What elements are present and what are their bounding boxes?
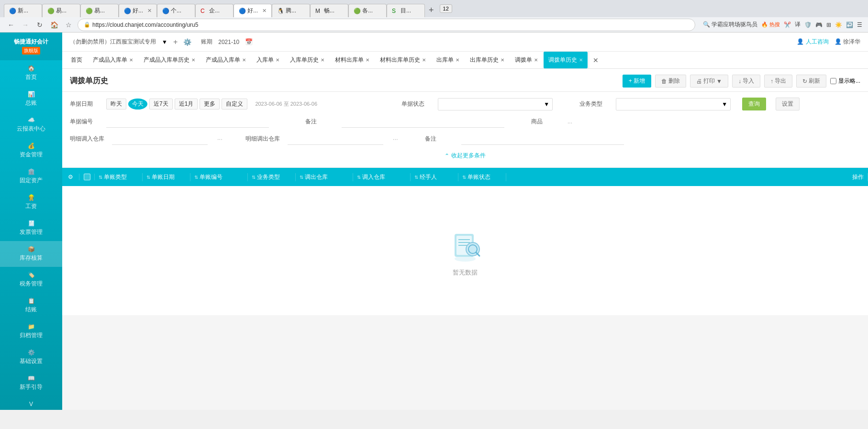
browser-tab-2[interactable]: 🟢易... bbox=[42, 4, 80, 17]
browser-tab-7[interactable]: 🔵好...✕ bbox=[234, 4, 272, 17]
collapse-more-btn[interactable]: ⌃ 收起更多条件 bbox=[70, 150, 860, 162]
sidebar-item-home[interactable]: 🏠 首页 bbox=[0, 60, 62, 86]
sidebar-item-ledger[interactable]: 📊 总账 bbox=[0, 86, 62, 112]
from-warehouse-input[interactable] bbox=[112, 132, 208, 145]
browser-tab-1[interactable]: 🔵新... bbox=[4, 4, 42, 17]
date-btn-more[interactable]: 更多 bbox=[200, 99, 220, 110]
nav-home[interactable]: 🏠 bbox=[49, 20, 59, 30]
url-bar[interactable]: 🔒 https://cloud.chanjet.com/accounting/u… bbox=[78, 19, 695, 31]
topnav-item-home[interactable]: 首页 bbox=[66, 52, 87, 68]
settings-gear-icon[interactable]: ⚙️ bbox=[183, 38, 191, 46]
from-warehouse-ellipsis[interactable]: ··· bbox=[217, 135, 223, 143]
new-button[interactable]: + 新增 bbox=[623, 75, 651, 88]
toolbar-scissors[interactable]: ✂️ bbox=[784, 22, 791, 28]
sidebar-item-settings[interactable]: ⚙️ 基础设置 bbox=[0, 344, 62, 370]
browser-tab-6[interactable]: C企... bbox=[195, 4, 234, 17]
close-icon[interactable]: ✕ bbox=[242, 57, 246, 63]
th-status[interactable]: ⇅ 单账状态 bbox=[458, 173, 506, 181]
date-btn-1month[interactable]: 近1月 bbox=[175, 99, 198, 110]
topnav-item-material-outbound-history[interactable]: 材料出库单历史 ✕ bbox=[375, 52, 431, 68]
close-icon[interactable]: ✕ bbox=[534, 57, 538, 63]
topnav-item-product-inbound[interactable]: 产成品入库单 ✕ bbox=[88, 52, 138, 68]
th-biztype[interactable]: ⇅ 业务类型 bbox=[248, 173, 296, 181]
th-date[interactable]: ⇅ 单账日期 bbox=[143, 173, 190, 181]
close-icon[interactable]: ✕ bbox=[579, 57, 583, 63]
biztype-select[interactable]: ▼ bbox=[616, 98, 731, 110]
browser-tab-3[interactable]: 🟢易... bbox=[80, 4, 119, 17]
delete-button[interactable]: 🗑 删除 bbox=[655, 75, 686, 88]
close-icon[interactable]: ✕ bbox=[191, 57, 195, 63]
toolbar-undo[interactable]: ↩️ bbox=[846, 22, 853, 28]
company-dropdown-icon[interactable]: ▼ bbox=[162, 39, 167, 45]
docnum-input[interactable] bbox=[106, 115, 269, 128]
date-btn-today[interactable]: 今天 bbox=[128, 99, 147, 110]
nav-star[interactable]: ☆ bbox=[63, 20, 74, 30]
import-button[interactable]: ↓ 导入 bbox=[732, 75, 760, 88]
toolbar-extension2[interactable]: 🎮 bbox=[815, 22, 823, 28]
close-icon[interactable]: ✕ bbox=[422, 57, 426, 63]
sidebar-item-invoice[interactable]: 🧾 发票管理 bbox=[0, 215, 62, 241]
th-checkbox[interactable] bbox=[79, 174, 95, 180]
topnav-item-inbound[interactable]: 入库单 ✕ bbox=[252, 52, 284, 68]
toolbar-menu[interactable]: ☰ bbox=[857, 22, 862, 28]
nav-reload[interactable]: ↻ bbox=[34, 20, 45, 30]
date-btn-custom[interactable]: 自定义 bbox=[222, 99, 247, 110]
sidebar-item-reports[interactable]: ☁️ 云报表中心 bbox=[0, 112, 62, 138]
browser-tab-10[interactable]: 🟢各... bbox=[348, 4, 387, 17]
sidebar-item-funds[interactable]: 💰 资金管理 bbox=[0, 138, 62, 164]
toolbar-grid[interactable]: ⊞ bbox=[826, 22, 831, 28]
export-button[interactable]: ↑ 导出 bbox=[764, 75, 792, 88]
status-select[interactable]: ▼ bbox=[438, 98, 553, 110]
topnav-item-transfer[interactable]: 调拨单 ✕ bbox=[510, 52, 543, 68]
close-icon[interactable]: ✕ bbox=[129, 57, 133, 63]
to-warehouse-ellipsis[interactable]: ··· bbox=[393, 135, 398, 143]
nav-forward[interactable]: → bbox=[20, 20, 31, 30]
print-button[interactable]: 🖨 打印 ▼ bbox=[690, 75, 728, 88]
browser-tab-9[interactable]: M畅... bbox=[310, 4, 348, 17]
calendar-icon[interactable]: 📅 bbox=[245, 38, 253, 45]
refresh-button[interactable]: ↻ 刷新 bbox=[796, 75, 826, 88]
date-btn-7days[interactable]: 近7天 bbox=[149, 99, 173, 110]
close-icon[interactable]: ✕ bbox=[366, 57, 369, 63]
sidebar-item-salary[interactable]: 👷 工资 bbox=[0, 189, 62, 215]
th-from-wh[interactable]: ⇅ 调出仓库 bbox=[296, 173, 353, 181]
toolbar-extension1[interactable]: 🛡️ bbox=[804, 22, 812, 28]
query-button[interactable]: 查询 bbox=[742, 98, 766, 110]
sidebar-item-close[interactable]: 📋 结账 bbox=[0, 293, 62, 319]
remark-input[interactable] bbox=[342, 115, 504, 128]
close-icon[interactable]: ✕ bbox=[501, 57, 504, 63]
date-btn-yesterday[interactable]: 昨天 bbox=[106, 99, 126, 110]
topnav-item-transfer-history[interactable]: 调拨单历史 ✕ bbox=[544, 52, 588, 68]
topnav-item-outbound[interactable]: 出库单 ✕ bbox=[432, 52, 464, 68]
toolbar-translate[interactable]: 译 bbox=[795, 21, 801, 29]
nav-back[interactable]: ← bbox=[6, 20, 16, 30]
browser-tab-8[interactable]: 🐧腾... bbox=[272, 4, 310, 17]
topnav-item-product-inbound2[interactable]: 产成品入库单 ✕ bbox=[201, 52, 251, 68]
th-handler[interactable]: ⇅ 经手人 bbox=[411, 173, 458, 181]
display-checkbox[interactable]: 显示略... bbox=[830, 77, 860, 85]
th-gear[interactable]: ⚙ bbox=[62, 174, 79, 180]
sidebar-item-archive[interactable]: 📁 归档管理 bbox=[0, 319, 62, 344]
close-icon[interactable]: ✕ bbox=[276, 57, 279, 63]
new-tab-button[interactable]: + bbox=[425, 3, 438, 17]
toolbar-theme[interactable]: ☀️ bbox=[835, 22, 842, 28]
th-to-wh[interactable]: ⇅ 调入仓库 bbox=[353, 173, 411, 181]
to-warehouse-input[interactable] bbox=[288, 132, 383, 145]
close-icon[interactable]: ✕ bbox=[456, 57, 459, 63]
sidebar-item-tax[interactable]: 🏷️ 税务管理 bbox=[0, 267, 62, 293]
sidebar-item-member[interactable]: V 畅会员 bbox=[0, 396, 62, 410]
browser-tab-5[interactable]: 🔵个... bbox=[157, 4, 195, 17]
sidebar-item-assets[interactable]: 🏛️ 固定资产 bbox=[0, 164, 62, 189]
browser-tab-4[interactable]: 🔵好...✕ bbox=[119, 4, 157, 17]
user-avatar[interactable]: 👤 徐泽华 bbox=[835, 38, 860, 46]
topnav-item-outbound-history[interactable]: 出库单历史 ✕ bbox=[465, 52, 509, 68]
support-link[interactable]: 👤 人工咨询 bbox=[797, 38, 828, 46]
add-company-btn[interactable]: + bbox=[173, 38, 178, 46]
note-input[interactable] bbox=[461, 132, 624, 145]
sidebar-item-inventory[interactable]: 📦 库存核算 bbox=[0, 241, 62, 267]
close-icon[interactable]: ✕ bbox=[321, 57, 324, 63]
th-number[interactable]: ⇅ 单账编号 bbox=[190, 173, 248, 181]
th-type[interactable]: ⇅ 单账类型 bbox=[95, 173, 143, 181]
topnav-item-material-outbound[interactable]: 材料出库单 ✕ bbox=[330, 52, 374, 68]
sidebar-item-guide[interactable]: 📖 新手引导 bbox=[0, 370, 62, 396]
